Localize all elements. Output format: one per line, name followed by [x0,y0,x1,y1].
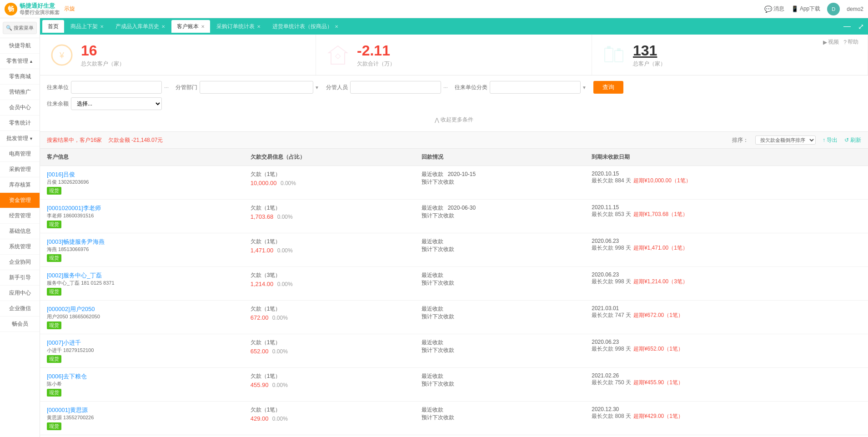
tab-home[interactable]: 首页 [42,20,64,33]
sidebar-item-retail-stats[interactable]: 零售统计 [0,116,40,131]
tab-customer-account[interactable]: 客户账本 ✕ [171,20,210,33]
filter-branch-dept-input[interactable] [200,81,313,94]
tab-stock-stats[interactable]: 进货单统计表（按商品） ✕ [267,20,344,33]
next-payment-label: 预计下次收款 [421,279,578,287]
filter-branch-dept-label: 分管部门 [176,84,197,91]
debt-amount[interactable]: 429.00 [251,415,269,422]
customer-name[interactable]: [0007]小进千 [47,339,237,347]
username[interactable]: demo2 [847,6,863,12]
tabs-minimize-button[interactable]: — [842,22,853,31]
customers-table: 客户信息 欠款交易信息（占比） 回款情况 到期未收款日期 [0016]吕俊 吕俊… [40,149,868,435]
collapse-btn[interactable]: ⋀ 收起更多条件 [47,114,861,126]
payment-status-cell: 最近收款 预计下次收款 [415,267,585,301]
tab-customer-account-close[interactable]: ✕ [201,24,205,29]
tab-product-shelf[interactable]: 商品上下架 ✕ [65,20,109,33]
filter-branch-person: 分管人员 ··· [326,81,448,94]
sidebar-item-marketing[interactable]: 营销推广 [0,85,40,100]
app-download-btn[interactable]: 📱 App下载 [791,5,820,13]
filter-branch-person-dots[interactable]: ··· [443,84,448,90]
tab-stock-stats-close[interactable]: ✕ [335,24,338,29]
overdue-text[interactable]: 超期¥10,000.00（1笔） [633,177,691,185]
sidebar-item-basic-info[interactable]: 基础信息 [0,224,40,239]
sidebar-newbie-label: 新手引导 [9,274,31,281]
sidebar-item-app-center[interactable]: 应用中心 [0,286,40,301]
sidebar-item-member[interactable]: 畅会员 [0,316,40,332]
recent-label: 最近收款 [421,205,443,211]
customer-name[interactable]: [000001]黄思源 [47,406,237,414]
customer-name[interactable]: [0006]去下粮仓 [47,372,237,381]
sidebar-item-wechat[interactable]: 企业微信 [0,301,40,316]
tab-purchase-order-close[interactable]: ✕ [257,24,261,29]
chevron-down-icon-2: ▼ [29,136,33,141]
debt-amount[interactable]: 1,703.68 [251,213,274,220]
search-button[interactable]: 查询 [593,81,623,94]
sidebar-item-ecommerce[interactable]: 电商管理 [0,146,40,162]
sidebar-item-system[interactable]: 系统管理 [0,239,40,255]
overdue-text[interactable]: 超期¥1,214.00（3笔） [633,278,688,286]
sidebar-item-quick-nav[interactable]: 快捷导航 [0,38,40,54]
overdue-text[interactable]: 超期¥455.90（1笔） [633,379,683,387]
video-btn[interactable]: ▶ 视频 [823,38,839,46]
filter-branch-person-input[interactable] [350,81,441,94]
customer-name[interactable]: [0016]吕俊 [47,171,237,179]
refresh-btn[interactable]: ↺ 刷新 [844,136,861,144]
overdue-text[interactable]: 超期¥1,471.00（1笔） [633,244,688,252]
tab-stock-history[interactable]: 产成品入库单历史 ✕ [110,20,171,33]
debt-amount[interactable]: 455.90 [251,382,269,388]
tab-stock-history-close[interactable]: ✕ [161,24,165,29]
sidebar-search: 🔍 搜索菜单 [0,18,40,38]
customer-tag: 现货 [47,288,61,296]
sidebar-item-newbie[interactable]: 新手引导 [0,270,40,286]
user-avatar[interactable]: D [827,3,840,15]
customer-name[interactable]: [0002]服务中心_丁磊 [47,271,237,280]
app-subtitle: 母婴行业演示账套 [20,10,60,15]
overdue-text[interactable]: 超期¥429.00（1笔） [633,412,683,420]
customer-name[interactable]: [0003]畅捷服务尹海燕 [47,238,237,246]
debt-amount[interactable]: 1,471.00 [251,247,274,254]
sidebar-item-retail-store[interactable]: 零售商城 [0,69,40,85]
debt-amount[interactable]: 10,000.00 [251,180,277,186]
sidebar-item-wholesale[interactable]: 批发管理 ▼ [0,131,40,146]
sidebar-member-label: 畅会员 [12,321,28,327]
table-row: [000001]黄思源 黄思源 13552700226 现货 欠款（1笔） 42… [40,402,868,435]
overdue-text[interactable]: 超期¥672.00（1笔） [633,311,683,319]
filter-from-unit-dots[interactable]: ··· [164,84,169,90]
debt-count: 欠款（1笔） [251,204,408,212]
tab-purchase-order[interactable]: 采购订单统计表 ✕ [211,20,266,33]
next-payment-label: 预计下次收款 [421,414,578,422]
debt-amount[interactable]: 672.00 [251,314,269,321]
sidebar-item-finance[interactable]: 资金管理 [0,193,40,208]
tabs-expand-button[interactable]: ⤢ [856,22,866,31]
app-download-label: App下载 [800,5,820,13]
sidebar-search-button[interactable]: 🔍 搜索菜单 [3,22,37,34]
help-btn[interactable]: ? 帮助 [843,38,858,46]
customer-name[interactable]: [0001020001]李老师 [47,204,237,212]
debt-percent: 0.00% [277,247,293,254]
sort-select[interactable]: 按欠款金额倒序排序 [755,136,816,145]
filter-from-unit-class-input[interactable] [490,81,581,94]
svg-rect-3 [605,48,613,62]
sidebar-item-purchase[interactable]: 采购管理 [0,162,40,177]
customer-phone: 小进千 18279152100 [47,347,237,354]
overdue-text[interactable]: 超期¥652.00（1笔） [633,345,683,353]
sidebar-item-inventory[interactable]: 库存核算 [0,177,40,193]
export-label: 导出 [827,136,838,144]
filter-from-unit-input[interactable] [71,81,162,94]
sidebar-item-corp-collab[interactable]: 企业协同 [0,255,40,270]
due-date-cell: 2020.12.30 最长欠款 808 天 超期¥429.00（1笔） [585,402,868,435]
sidebar-home-link[interactable]: 示旋 [64,5,75,13]
sidebar-item-operations[interactable]: 经营管理 [0,208,40,224]
top-bar-left: 畅 畅捷通好生意 母婴行业演示账套 示旋 [5,2,75,15]
sidebar-item-membership[interactable]: 会员中心 [0,100,40,116]
export-btn[interactable]: ↑ 导出 [823,136,838,144]
customer-name[interactable]: [000002]用户2050 [47,305,237,313]
filter-balance-select[interactable]: 选择... [71,97,162,110]
debt-amount[interactable]: 652.00 [251,348,269,355]
sidebar-item-retail-mgmt[interactable]: 零售管理 ▲ [0,54,40,69]
debt-amount[interactable]: 1,214.00 [251,281,274,287]
stat-label-2: 欠款合计（万） [357,60,395,68]
overdue-text[interactable]: 超期¥1,703.68（1笔） [633,211,688,218]
top-bar: 畅 畅捷通好生意 母婴行业演示账套 示旋 💬 消息 📱 App下载 D demo [0,0,868,18]
tab-product-shelf-close[interactable]: ✕ [100,24,104,29]
message-btn[interactable]: 💬 消息 [764,5,784,13]
